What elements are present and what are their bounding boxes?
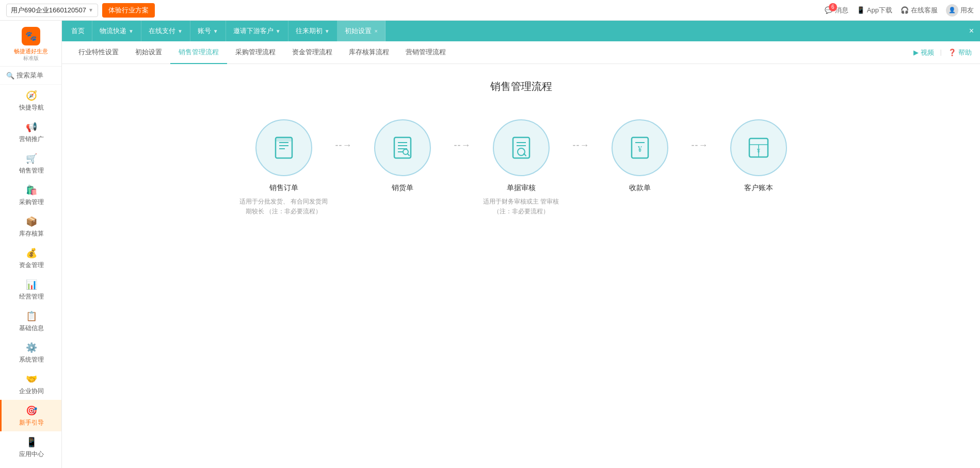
search-label: 搜索菜单 <box>17 71 43 80</box>
sub-tab-label-marketing-flow: 营销管理流程 <box>406 48 446 57</box>
nav-tab-account[interactable]: 账号▼ <box>190 21 226 41</box>
sidebar-label-system-mgmt: 系统管理 <box>19 355 44 364</box>
sidebar-icon-quick-guide: 🧭 <box>26 90 37 101</box>
sidebar-item-enterprise-collab[interactable]: 🤝企业协同 <box>0 368 61 400</box>
sidebar-label-enterprise-collab: 企业协同 <box>19 387 44 396</box>
sidebar-icon-basic-info: 📋 <box>26 310 37 322</box>
sidebar-item-quick-guide[interactable]: 🧭快捷导航 <box>0 85 61 116</box>
message-badge-wrap: 💬 6 <box>825 6 833 14</box>
sidebar-logo: 🐾 畅捷通好生意 标准版 <box>0 21 61 67</box>
sidebar-icon-purchase-mgmt: 🛍️ <box>26 184 37 196</box>
sidebar-item-finance-mgmt[interactable]: 💰资金管理 <box>0 242 61 274</box>
sub-tab-sales-flow[interactable]: 销售管理流程 <box>170 41 227 64</box>
sidebar-icon-finance-mgmt: 💰 <box>26 247 37 259</box>
sidebar-item-operations-mgmt[interactable]: 📊经营管理 <box>0 274 61 305</box>
dashed-arrow-1: - - → <box>335 140 351 151</box>
sub-tab-label-industry-settings: 行业特性设置 <box>78 48 119 57</box>
nav-tab-arrow-invite-downstream: ▼ <box>276 28 281 34</box>
sub-tab-finance-flow[interactable]: 资金管理流程 <box>284 41 341 64</box>
sidebar-item-sales-mgmt[interactable]: 🛒销售管理 <box>0 148 61 179</box>
flow-circle-sales-invoice[interactable] <box>374 119 431 176</box>
flow-circle-sales-order[interactable] <box>255 119 312 176</box>
logo-text: 畅捷通好生意 <box>14 48 48 55</box>
sidebar: 🐾 畅捷通好生意 标准版 🔍 搜索菜单 🧭快捷导航📢营销推广🛒销售管理🛍️采购管… <box>0 21 62 468</box>
sidebar-icon-app-center: 📱 <box>26 436 37 448</box>
sidebar-item-app-center[interactable]: 📱应用中心 <box>0 431 61 463</box>
nav-tab-online-pay[interactable]: 在线支付▼ <box>141 21 190 41</box>
svg-line-11 <box>407 154 409 156</box>
nav-tab-arrow-online-pay: ▼ <box>178 28 183 34</box>
sidebar-label-quick-guide: 快捷导航 <box>19 103 44 112</box>
message-item[interactable]: 💬 6 消息 <box>825 6 848 15</box>
avatar: 👤 <box>946 4 958 17</box>
flow-circle-customer-ledger[interactable]: ¥ <box>730 119 787 176</box>
sidebar-item-enterprise-wechat[interactable]: 💬企业微信 <box>0 463 61 468</box>
video-action[interactable]: ▶ 视频 <box>913 48 934 57</box>
sidebar-label-purchase-mgmt: 采购管理 <box>19 198 44 207</box>
sidebar-icon-operations-mgmt: 📊 <box>26 279 37 290</box>
sidebar-item-new-guide[interactable]: 🎯新手引导 <box>0 400 61 431</box>
sidebar-label-basic-info: 基础信息 <box>19 324 44 333</box>
nav-tab-home[interactable]: 首页 <box>64 21 92 41</box>
app-download-item[interactable]: 📱 App下载 <box>857 6 892 15</box>
selector-arrow-icon: ▼ <box>88 7 93 13</box>
trial-button[interactable]: 体验行业方案 <box>102 3 155 18</box>
flow-step-sales-invoice: 销货单 <box>356 119 449 197</box>
help-label: 帮助 <box>958 48 972 57</box>
help-action[interactable]: ❓ 帮助 <box>948 48 972 57</box>
sub-tab-initial-setup[interactable]: 初始设置 <box>127 41 170 64</box>
page-title: 销售管理流程 <box>72 80 970 93</box>
flow-step-title-customer-ledger: 客户账本 <box>744 183 773 193</box>
flow-arrow-3: - - → <box>568 119 593 151</box>
nav-tab-close-initial-setup[interactable]: × <box>375 28 378 34</box>
user-item[interactable]: 👤 用友 <box>946 4 974 17</box>
sub-tab-industry-settings[interactable]: 行业特性设置 <box>70 41 127 64</box>
sub-tab-label-finance-flow: 资金管理流程 <box>292 48 332 57</box>
flow-step-title-document-review: 单据审核 <box>507 183 536 193</box>
sidebar-label-operations-mgmt: 经营管理 <box>19 292 44 301</box>
nav-close-button[interactable]: × <box>963 26 980 36</box>
flow-step-title-sales-invoice: 销货单 <box>392 183 413 193</box>
top-bar: 用户690企业1660120507 ▼ 体验行业方案 💬 6 消息 📱 App下… <box>0 0 980 21</box>
flow-step-document-review: 单据审核适用于财务审核或主 管审核 （注：非必要流程） <box>475 119 568 216</box>
sidebar-icon-new-guide: 🎯 <box>26 405 37 416</box>
nav-tab-label-initial-setup: 初始设置 <box>345 26 372 36</box>
flow-circle-receipt[interactable]: ¥ <box>612 119 668 176</box>
sub-tab-actions: ▶ 视频 | ❓ 帮助 <box>913 48 972 57</box>
sidebar-label-inventory: 库存核算 <box>19 229 44 238</box>
sub-tabs-list: 行业特性设置初始设置销售管理流程采购管理流程资金管理流程库存核算流程营销管理流程 <box>70 41 454 64</box>
svg-line-16 <box>524 154 526 156</box>
nav-tab-invite-downstream[interactable]: 邀请下游客户▼ <box>226 21 288 41</box>
nav-tab-logistics[interactable]: 物流快递▼ <box>92 21 141 41</box>
flow-step-title-sales-order: 销售订单 <box>269 183 298 193</box>
top-bar-left: 用户690企业1660120507 ▼ 体验行业方案 <box>6 3 155 18</box>
sub-tab-label-sales-flow: 销售管理流程 <box>179 48 219 57</box>
sidebar-icon-inventory: 📦 <box>26 216 37 227</box>
sub-tab-inventory-flow[interactable]: 库存核算流程 <box>341 41 397 64</box>
sidebar-icon-marketing-promo: 📢 <box>26 121 37 133</box>
sidebar-item-inventory[interactable]: 📦库存核算 <box>0 211 61 242</box>
sidebar-item-purchase-mgmt[interactable]: 🛍️采购管理 <box>0 179 61 211</box>
company-selector[interactable]: 用户690企业1660120507 ▼ <box>6 4 98 17</box>
online-service-item[interactable]: 🎧 在线客服 <box>901 6 938 15</box>
flow-step-sales-order: 销售订单适用于分批发货、 有合同发货周期较长 （注：非必要流程） <box>237 119 330 216</box>
flow-diagram: 销售订单适用于分批发货、 有合同发货周期较长 （注：非必要流程）- - → 销货… <box>72 119 970 216</box>
logo-sub: 标准版 <box>23 55 39 62</box>
sidebar-nav: 🧭快捷导航📢营销推广🛒销售管理🛍️采购管理📦库存核算💰资金管理📊经营管理📋基础信… <box>0 85 61 468</box>
message-badge: 6 <box>829 3 837 11</box>
sidebar-label-app-center: 应用中心 <box>19 450 44 459</box>
nav-tab-arrow-past-period: ▼ <box>325 28 330 34</box>
nav-tab-past-period[interactable]: 往来期初▼ <box>288 21 338 41</box>
sub-tab-purchase-flow[interactable]: 采购管理流程 <box>227 41 284 64</box>
sub-tab-marketing-flow[interactable]: 营销管理流程 <box>397 41 454 64</box>
sidebar-search[interactable]: 🔍 搜索菜单 <box>0 67 61 85</box>
flow-circle-document-review[interactable] <box>493 119 550 176</box>
sidebar-label-sales-mgmt: 销售管理 <box>19 166 44 175</box>
logo-icon: 🐾 <box>22 27 40 45</box>
sidebar-item-marketing-promo[interactable]: 📢营销推广 <box>0 116 61 148</box>
sub-tab-label-inventory-flow: 库存核算流程 <box>349 48 389 57</box>
sidebar-item-system-mgmt[interactable]: ⚙️系统管理 <box>0 337 61 368</box>
nav-tab-initial-setup[interactable]: 初始设置× <box>338 21 385 41</box>
sidebar-item-basic-info[interactable]: 📋基础信息 <box>0 305 61 337</box>
dashed-arrow-3: - - → <box>573 140 588 151</box>
